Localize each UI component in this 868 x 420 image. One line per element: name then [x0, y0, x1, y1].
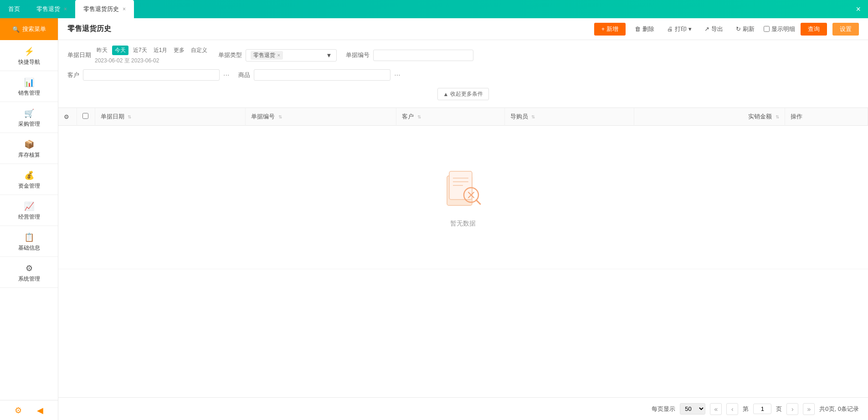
col-customer-label: 客户	[402, 113, 414, 120]
goods-filter-label: 商品	[238, 71, 250, 79]
collapse-label: 收起更多条件	[450, 90, 483, 98]
col-guide[interactable]: 导购员 ⇅	[504, 108, 634, 126]
date-shortcut-row: 昨天 今天 近7天 近1月 更多 自定义	[95, 46, 209, 55]
sidebar-item-finance[interactable]: 💰 资金管理	[0, 164, 58, 195]
first-page-button[interactable]: «	[710, 403, 722, 415]
display-toggle-checkbox[interactable]	[764, 26, 770, 32]
sales-icon: 📊	[24, 77, 34, 87]
select-all-checkbox[interactable]	[82, 113, 88, 119]
table-body: 暂无数据	[58, 126, 868, 269]
sidebar-item-system-mgmt[interactable]: ⚙ 系统管理	[0, 257, 58, 288]
page-size-select[interactable]: 50 100 200	[680, 403, 705, 415]
sort-amount-icon[interactable]: ⇅	[776, 114, 779, 119]
finance-icon: 💰	[24, 170, 34, 180]
svg-line-6	[476, 200, 480, 204]
sidebar-item-inventory[interactable]: 📦 库存核算	[0, 133, 58, 164]
shortcut-7days[interactable]: 近7天	[131, 46, 149, 55]
settings-bottom-icon[interactable]: ⚙	[15, 405, 22, 415]
page-label: 第	[743, 405, 749, 413]
table-checkbox-col[interactable]	[77, 108, 95, 126]
col-amount[interactable]: 实销金额 ⇅	[634, 108, 785, 126]
customer-filter-label: 客户	[67, 71, 79, 79]
sidebar-item-purchase-mgmt[interactable]: 🛒 采购管理	[0, 102, 58, 133]
sidebar-item-label: 资金管理	[18, 182, 40, 190]
table-settings-icon[interactable]: ⚙	[64, 113, 69, 120]
print-icon: 🖨	[667, 26, 673, 32]
customer-input[interactable]	[83, 69, 220, 81]
sidebar-item-label: 库存核算	[18, 151, 40, 159]
main-content: 零售退货历史 + 新增 🗑 删除 🖨 打印 ▾ ↗ 导出 ↻	[58, 18, 868, 420]
inventory-icon: 📦	[24, 139, 34, 149]
delete-button[interactable]: 🗑 删除	[631, 23, 658, 35]
type-dropdown-icon: ▼	[326, 52, 332, 59]
export-button[interactable]: ↗ 导出	[701, 23, 727, 35]
filter-row-1: 单据日期 昨天 今天 近7天 近1月 更多 自定义 2023-06-02 至 2…	[67, 46, 859, 65]
query-button[interactable]: 查询	[801, 23, 827, 36]
next-page-button[interactable]: ›	[786, 403, 798, 415]
window-close-button[interactable]: ×	[856, 5, 861, 14]
tab-retail-return[interactable]: 零售退货 ×	[28, 0, 75, 18]
sidebar-item-quick-nav[interactable]: ⚡ 快捷导航	[0, 40, 58, 71]
shortcut-yesterday[interactable]: 昨天	[95, 46, 109, 55]
page-size-label: 每页显示	[652, 405, 675, 413]
basic-info-icon: 📋	[24, 232, 34, 242]
col-date[interactable]: 单据日期 ⇅	[95, 108, 246, 126]
table-header: ⚙ 单据日期 ⇅ 单据编号 ⇅	[58, 108, 868, 126]
add-button[interactable]: + 新增	[594, 23, 626, 36]
date-filter: 单据日期 昨天 今天 近7天 近1月 更多 自定义 2023-06-02 至 2…	[67, 46, 209, 65]
voucher-input[interactable]	[373, 50, 473, 61]
last-page-button[interactable]: »	[803, 403, 815, 415]
sidebar-item-basic-info[interactable]: 📋 基础信息	[0, 226, 58, 257]
customer-picker-icon[interactable]: ···	[223, 71, 229, 79]
refresh-button[interactable]: ↻ 刷新	[732, 23, 758, 35]
goods-filter: 商品 ···	[238, 69, 400, 81]
page-number-input[interactable]	[753, 404, 771, 414]
col-action: 操作	[785, 108, 868, 126]
delete-icon: 🗑	[635, 26, 641, 32]
table-header-row: ⚙ 单据日期 ⇅ 单据编号 ⇅	[58, 108, 868, 126]
page-title: 零售退货历史	[67, 24, 111, 34]
print-button[interactable]: 🖨 打印 ▾	[663, 23, 695, 35]
shortcut-today[interactable]: 今天	[112, 46, 128, 55]
date-range-value: 2023-06-02 至 2023-06-02	[95, 57, 209, 65]
table-settings-col[interactable]: ⚙	[58, 108, 77, 126]
shortcut-1month[interactable]: 近1月	[152, 46, 169, 55]
type-tag-close-icon[interactable]: ×	[277, 52, 280, 58]
quick-nav-icon: ⚡	[24, 46, 34, 56]
prev-page-button[interactable]: ‹	[726, 403, 738, 415]
shortcut-more[interactable]: 更多	[172, 46, 186, 55]
col-customer[interactable]: 客户 ⇅	[396, 108, 504, 126]
sidebar-item-sales-mgmt[interactable]: 📊 销售管理	[0, 71, 58, 102]
tab-bar: 首页 零售退货 × 零售退货历史 ×	[0, 0, 856, 18]
tab-retail-return-history-label: 零售退货历史	[83, 5, 119, 13]
col-guide-label: 导购员	[510, 113, 528, 120]
sidebar-item-operations[interactable]: 📈 经营管理	[0, 195, 58, 226]
tab-home[interactable]: 首页	[0, 0, 28, 18]
type-tag: 零售退货 ×	[251, 51, 282, 60]
tab-retail-return-history[interactable]: 零售退货历史 ×	[75, 0, 134, 18]
voucher-filter: 单据编号	[346, 50, 473, 61]
sidebar-search[interactable]: 🔍 搜索菜单	[0, 18, 58, 40]
tab-retail-return-close[interactable]: ×	[64, 6, 67, 12]
settings-button[interactable]: 设置	[832, 23, 859, 36]
tab-retail-return-history-close[interactable]: ×	[123, 6, 126, 12]
collapse-sidebar-icon[interactable]: ◀	[37, 405, 43, 415]
sort-guide-icon[interactable]: ⇅	[531, 114, 535, 119]
purchase-icon: 🛒	[24, 108, 34, 118]
type-filter: 单据类型 零售退货 × ▼	[218, 49, 337, 61]
total-info: 共0页, 0条记录	[819, 405, 859, 413]
shortcut-custom[interactable]: 自定义	[189, 46, 209, 55]
sidebar-bottom: ⚙ ◀	[0, 400, 58, 420]
empty-icon	[440, 167, 486, 212]
collapse-button[interactable]: ▲ 收起更多条件	[437, 88, 489, 100]
page-label-2: 页	[776, 405, 782, 413]
display-toggle[interactable]: 显示明细	[764, 25, 795, 33]
goods-input[interactable]	[254, 69, 390, 81]
col-code[interactable]: 单据编号 ⇅	[246, 108, 396, 126]
pagination-bar: 每页显示 50 100 200 « ‹ 第 页 › » 共0页, 0条记录	[58, 397, 868, 420]
sort-customer-icon[interactable]: ⇅	[417, 114, 421, 119]
type-selector[interactable]: 零售退货 × ▼	[246, 49, 337, 61]
sort-date-icon[interactable]: ⇅	[128, 114, 131, 119]
sort-code-icon[interactable]: ⇅	[278, 114, 282, 119]
goods-picker-icon[interactable]: ···	[394, 71, 400, 79]
